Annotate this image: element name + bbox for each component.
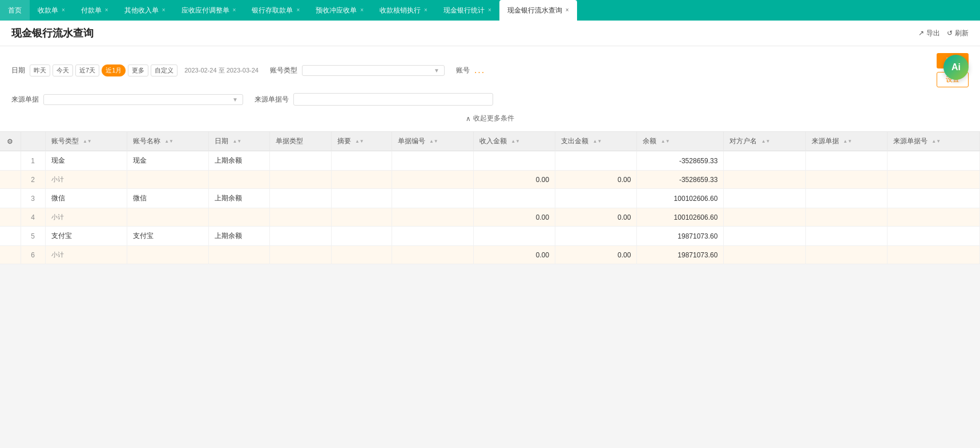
nav-advance-offset[interactable]: 预收冲应收单 × [308, 0, 372, 21]
col-expense-label: 支出金额 [561, 137, 588, 145]
table-row: 4小计0.000.00100102606.60 [0, 208, 980, 227]
col-doc-no[interactable]: 单据编号 ▲▼ [392, 132, 473, 151]
source-doc-no-label: 来源单据号 [255, 95, 289, 104]
col-source-doc[interactable]: 来源单据 ▲▼ [805, 132, 887, 151]
refresh-icon: ↺ [947, 29, 953, 37]
cell-source-doc [805, 246, 887, 264]
nav-other-income[interactable]: 其他收入单 × [116, 0, 174, 21]
date-btn-more[interactable]: 更多 [128, 64, 148, 76]
col-date-sort: ▲▼ [232, 139, 241, 144]
col-counterparty[interactable]: 对方户名 ▲▼ [724, 132, 805, 151]
nav-receipts-close[interactable]: × [62, 0, 65, 21]
col-balance[interactable]: 余额 ▲▼ [637, 132, 724, 151]
cell-doc-type [270, 189, 331, 208]
ai-assistant-button[interactable]: Ai [943, 55, 969, 80]
nav-home[interactable]: 首页 [0, 0, 30, 21]
top-nav: 首页 收款单 × 付款单 × 其他收入单 × 应收应付调整单 × 银行存取款单 … [0, 0, 980, 21]
date-filter-label: 日期 [11, 66, 25, 75]
nav-cash-bank-stats[interactable]: 现金银行统计 × [435, 0, 499, 21]
col-gear: ⚙ [0, 132, 21, 151]
cell-doc-no [392, 208, 473, 227]
nav-cash-bank-flow-close[interactable]: × [566, 0, 569, 21]
cell-account-name: 支付宝 [127, 227, 208, 246]
col-income[interactable]: 收入金额 ▲▼ [473, 132, 555, 151]
date-buttons: 昨天 今天 近7天 近1月 更多 自定义 [30, 64, 178, 76]
col-date[interactable]: 日期 ▲▼ [209, 132, 270, 151]
nav-payments-close[interactable]: × [105, 0, 108, 21]
col-row-num [21, 132, 45, 151]
date-btn-7days[interactable]: 近7天 [75, 64, 99, 76]
cell-gear [0, 151, 21, 171]
col-date-label: 日期 [215, 137, 228, 145]
nav-receipts-label: 收款单 [38, 0, 58, 21]
gear-icon[interactable]: ⚙ [7, 138, 13, 146]
source-doc-label: 来源单据 [11, 95, 39, 104]
cell-source-doc-no [887, 208, 979, 227]
cell-source-doc [805, 171, 887, 189]
nav-collection-exec[interactable]: 收款核销执行 × [372, 0, 435, 21]
nav-payments[interactable]: 付款单 × [73, 0, 116, 21]
cell-income [473, 189, 555, 208]
cell-doc-type [270, 227, 331, 246]
col-summary[interactable]: 摘要 ▲▼ [331, 132, 392, 151]
account-type-filter-group: 账号类型 ▼ [270, 65, 445, 76]
cell-account-name [127, 208, 208, 227]
nav-cash-bank-stats-close[interactable]: × [488, 0, 491, 21]
nav-receipts[interactable]: 收款单 × [30, 0, 73, 21]
col-source-doc-no[interactable]: 来源单据号 ▲▼ [887, 132, 979, 151]
cell-expense: 0.00 [555, 208, 637, 227]
cell-doc-no [392, 151, 473, 171]
collapse-up-icon: ∧ [466, 115, 471, 123]
filter-row-2: 来源单据 ▼ 来源单据号 [11, 93, 969, 106]
account-type-select[interactable]: ▼ [302, 65, 445, 76]
col-account-name[interactable]: 账号名称 ▲▼ [127, 132, 208, 151]
cell-date: 上期余额 [209, 189, 270, 208]
nav-cash-bank-flow[interactable]: 现金银行流水查询 × [499, 0, 577, 21]
source-doc-no-filter-group: 来源单据号 [255, 93, 493, 106]
date-btn-1month[interactable]: 近1月 [102, 64, 126, 76]
collapse-filters-button[interactable]: ∧ 收起更多条件 [11, 111, 969, 124]
cell-summary [331, 151, 392, 171]
cell-date [209, 171, 270, 189]
col-summary-label: 摘要 [337, 137, 351, 145]
date-btn-today[interactable]: 今天 [53, 64, 73, 76]
nav-ar-ap-adjust[interactable]: 应收应付调整单 × [174, 0, 244, 21]
nav-bank-deposit[interactable]: 银行存取款单 × [244, 0, 308, 21]
nav-ar-ap-adjust-close[interactable]: × [233, 0, 236, 21]
cell-gear [0, 189, 21, 208]
cell-row-num: 2 [21, 171, 45, 189]
nav-collection-exec-close[interactable]: × [424, 0, 428, 21]
nav-bank-deposit-label: 银行存取款单 [252, 0, 293, 21]
nav-other-income-label: 其他收入单 [124, 0, 159, 21]
date-btn-yesterday[interactable]: 昨天 [30, 64, 50, 76]
nav-advance-offset-close[interactable]: × [360, 0, 364, 21]
nav-bank-deposit-close[interactable]: × [296, 0, 300, 21]
cell-counterparty [724, 246, 805, 264]
nav-other-income-close[interactable]: × [162, 0, 166, 21]
cell-row-num: 6 [21, 246, 45, 264]
col-account-type-label: 账号类型 [51, 137, 79, 145]
cell-income [473, 151, 555, 171]
col-income-sort: ▲▼ [511, 139, 520, 144]
source-doc-select[interactable]: ▼ [43, 94, 243, 105]
account-no-dots[interactable]: ... [474, 65, 485, 75]
col-expense-sort: ▲▼ [592, 139, 602, 144]
export-label: 导出 [926, 29, 940, 38]
cell-doc-no [392, 227, 473, 246]
col-expense[interactable]: 支出金额 ▲▼ [555, 132, 637, 151]
refresh-button[interactable]: ↺ 刷新 [947, 29, 969, 38]
cell-income: 0.00 [473, 171, 555, 189]
table-row: 1现金现金上期余额-3528659.33 [0, 151, 980, 171]
col-doc-type: 单据类型 [270, 132, 331, 151]
col-account-name-label: 账号名称 [133, 137, 160, 145]
cell-doc-type [270, 151, 331, 171]
cell-source-doc [805, 208, 887, 227]
export-icon: ↗ [918, 29, 924, 37]
source-doc-no-input[interactable] [293, 93, 493, 106]
col-account-type[interactable]: 账号类型 ▲▼ [45, 132, 127, 151]
export-button[interactable]: ↗ 导出 [918, 29, 940, 38]
nav-cash-bank-flow-label: 现金银行流水查询 [507, 0, 562, 21]
table-row: 3微信微信上期余额100102606.60 [0, 189, 980, 208]
account-type-label: 账号类型 [270, 66, 297, 75]
date-btn-custom[interactable]: 自定义 [151, 64, 178, 76]
